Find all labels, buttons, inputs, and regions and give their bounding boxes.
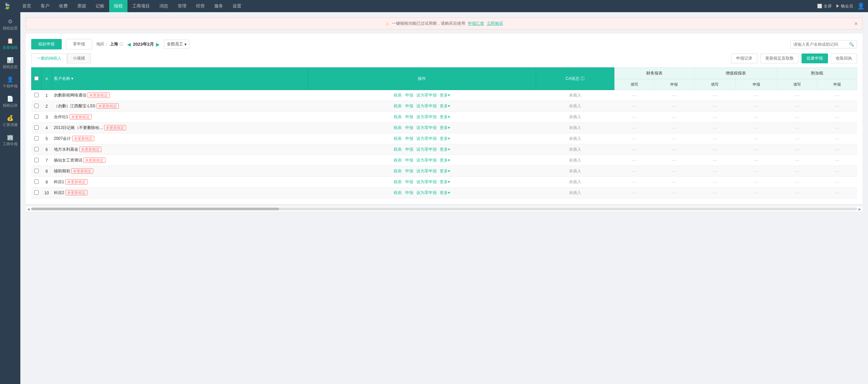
nav-billing[interactable]: 收费: [54, 0, 73, 12]
action-more-5[interactable]: 更多▾: [440, 136, 450, 141]
banner-link-buy[interactable]: 立即购买: [487, 21, 503, 26]
action-zero-declare-1[interactable]: 设为零申报: [416, 93, 437, 98]
status-badge-4: 未更新税定: [104, 125, 126, 130]
scroll-right-btn[interactable]: ▶: [859, 207, 861, 211]
action-declare-2[interactable]: 申报: [405, 104, 413, 108]
action-zero-declare-4[interactable]: 设为零申报: [416, 125, 437, 130]
action-more-10[interactable]: 更多▾: [440, 190, 450, 195]
action-zero-declare-3[interactable]: 设为零申报: [416, 114, 437, 119]
action-tax-table-7[interactable]: 税表: [394, 158, 402, 163]
action-declare-5[interactable]: 申报: [405, 136, 413, 141]
banner-link-report[interactable]: 申报汇签: [468, 21, 484, 26]
action-declare-9[interactable]: 申报: [405, 179, 413, 184]
action-tax-table-8[interactable]: 税表: [394, 169, 402, 173]
nav-tax[interactable]: 报税: [109, 0, 127, 12]
action-zero-declare-9[interactable]: 设为零申报: [416, 179, 437, 184]
row-checkbox-3[interactable]: [34, 114, 39, 119]
action-tax-table-1[interactable]: 税表: [394, 93, 402, 98]
action-tax-table-5[interactable]: 税表: [394, 136, 402, 141]
row-num-3: 3: [42, 112, 52, 123]
action-more-7[interactable]: 更多▾: [440, 158, 450, 163]
banner-close-icon[interactable]: ✕: [854, 21, 858, 26]
action-declare-4[interactable]: 申报: [405, 125, 413, 130]
action-declare-1[interactable]: 申报: [405, 93, 413, 98]
nav-home[interactable]: 首页: [18, 0, 36, 12]
user-avatar[interactable]: 👤: [857, 2, 865, 10]
main-toolbar: 税款申报 零申报 地区：上海 ⓘ ◀ 2023年2月 ▶ 全部员工 ▾: [31, 39, 857, 49]
next-month-btn[interactable]: ▶: [156, 42, 160, 47]
action-tax-table-4[interactable]: 税表: [394, 125, 402, 130]
action-zero-declare-5[interactable]: 设为零申报: [416, 136, 437, 141]
row-checkbox-1[interactable]: [34, 93, 39, 97]
nav-manage[interactable]: 管理: [173, 0, 191, 12]
nav-right: ⬜ 全屏 ▶ 畅会员 👤: [817, 2, 865, 10]
region-info-icon: ⓘ: [119, 42, 123, 47]
nav-business[interactable]: 工商项目: [127, 0, 155, 12]
select-all-checkbox[interactable]: [34, 76, 39, 81]
action-more-4[interactable]: 更多▾: [440, 125, 450, 130]
sidebar-item-personal-tax[interactable]: 👤 个税申报: [0, 73, 20, 92]
sidebar-item-tax-overview[interactable]: 📊 报税总览: [0, 54, 20, 73]
declaration-record-btn[interactable]: 申报记录: [731, 54, 757, 63]
nav-message[interactable]: 消息: [155, 0, 173, 12]
tab-general-taxpayer[interactable]: 一般的纳税人: [31, 54, 67, 63]
action-zero-declare-6[interactable]: 设为零申报: [416, 147, 437, 152]
action-declare-7[interactable]: 申报: [405, 158, 413, 163]
action-tax-table-9[interactable]: 税表: [394, 179, 402, 184]
nav-operation[interactable]: 经营: [191, 0, 210, 12]
action-zero-declare-7[interactable]: 设为零申报: [416, 158, 437, 163]
action-more-6[interactable]: 更多▾: [440, 147, 450, 152]
sidebar-item-tax-settings[interactable]: ⚙ 报税设置: [0, 15, 20, 34]
member-btn[interactable]: ▶ 畅会员: [836, 3, 853, 9]
nav-service[interactable]: 服务: [210, 0, 228, 12]
action-tax-table-3[interactable]: 税表: [394, 114, 402, 119]
action-zero-declare-10[interactable]: 设为零申报: [416, 190, 437, 195]
dept-filter[interactable]: 全部员工 ▾: [164, 40, 190, 49]
action-tax-table-2[interactable]: 税表: [394, 104, 402, 108]
row-checkbox-5[interactable]: [34, 136, 39, 141]
action-tax-table-10[interactable]: 税表: [394, 190, 402, 195]
tab-small-scale[interactable]: 小规模: [67, 54, 91, 63]
nav-settings[interactable]: 设置: [228, 0, 246, 12]
action-declare-10[interactable]: 申报: [405, 190, 413, 195]
action-declare-3[interactable]: 申报: [405, 114, 413, 119]
action-more-3[interactable]: 更多▾: [440, 114, 450, 119]
sidebar-item-annual-settlement[interactable]: 💰 汇算清缴: [0, 111, 20, 131]
scroll-left-btn[interactable]: ◀: [27, 207, 30, 211]
row-checkbox-2[interactable]: [34, 104, 39, 108]
sidebar-item-tax-record[interactable]: 📄 报税记录: [0, 92, 20, 111]
action-more-2[interactable]: 更多▾: [440, 104, 450, 108]
tab-tax-declaration[interactable]: 税款申报: [31, 39, 62, 49]
row-checkbox-9[interactable]: [34, 179, 39, 184]
action-tax-table-6[interactable]: 税表: [394, 147, 402, 152]
collect-receipt-btn[interactable]: 收取回执: [831, 54, 857, 63]
action-declare-8[interactable]: 申报: [405, 169, 413, 173]
action-zero-declare-8[interactable]: 设为零申报: [416, 169, 437, 173]
nav-bookkeeping[interactable]: 记账: [91, 0, 109, 12]
row-checkbox-7[interactable]: [34, 158, 39, 162]
row-checkbox-4[interactable]: [34, 125, 39, 130]
row-checkbox-6[interactable]: [34, 147, 39, 151]
action-more-9[interactable]: 更多▾: [440, 179, 450, 184]
nav-client[interactable]: 客户: [36, 0, 54, 12]
row-fill2-3: —: [694, 112, 736, 123]
row-declare3-7: —: [817, 155, 857, 166]
bottom-scrollbar[interactable]: ◀ ▶: [26, 207, 863, 211]
action-more-8[interactable]: 更多▾: [440, 169, 450, 173]
action-more-1[interactable]: 更多▾: [440, 93, 450, 98]
sidebar-item-batch-tax[interactable]: 📋 批量报税: [0, 34, 20, 54]
prev-month-btn[interactable]: ◀: [127, 42, 131, 47]
search-input[interactable]: [793, 42, 848, 47]
nav-invoice[interactable]: 票据: [73, 0, 91, 12]
action-zero-declare-2[interactable]: 设为零申报: [416, 104, 437, 108]
fullscreen-btn[interactable]: ⬜ 全屏: [817, 3, 831, 9]
action-declare-6[interactable]: 申报: [405, 147, 413, 152]
update-tax-btn[interactable]: 更新税定及取数: [760, 54, 799, 63]
batch-declare-btn[interactable]: 批量申报: [802, 54, 828, 63]
search-icon[interactable]: 🔍: [849, 42, 854, 47]
row-checkbox-8[interactable]: [34, 169, 39, 173]
sidebar-item-annual-report[interactable]: 🏢 工商年报: [0, 131, 20, 150]
row-declare1-4: —: [654, 123, 694, 133]
row-checkbox-10[interactable]: [34, 190, 39, 195]
tab-zero-declaration[interactable]: 零申报: [66, 39, 92, 49]
